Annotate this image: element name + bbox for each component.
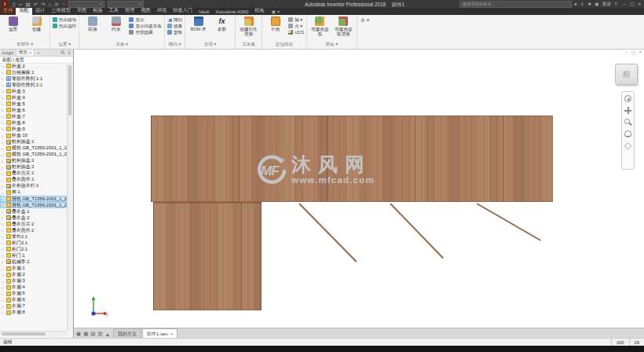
group-label-simplify[interactable]: 简化 ▾ [309, 41, 354, 49]
group-label-manage[interactable]: 管理 ▾ [188, 41, 232, 49]
tree-item[interactable]: ›衣服:6 [0, 297, 68, 303]
expand-icon[interactable]: › [2, 165, 5, 170]
expand-icon[interactable]: › [2, 228, 5, 233]
help-search-input[interactable]: 搜索帮助和命令... [459, 1, 572, 8]
wood-panel-left[interactable] [153, 202, 262, 310]
user-icon[interactable]: ◉ [595, 0, 598, 8]
tree-item[interactable]: ›衣服:4 [0, 284, 68, 291]
tree-item[interactable]: ›外盒:3 [0, 88, 68, 94]
mirror-button[interactable]: 镜像 [167, 24, 182, 29]
expand-icon[interactable]: › [2, 222, 5, 226]
tree-item[interactable]: ›外盒:7 [0, 113, 68, 119]
minimize-button[interactable]: – [623, 0, 625, 8]
orbit-icon[interactable] [624, 130, 631, 138]
expand-icon[interactable]: › [2, 76, 5, 81]
new-icon[interactable]: ▯ [13, 1, 16, 8]
clean-screen-icon[interactable]: ▣ [76, 331, 81, 337]
undo-icon[interactable]: ↶ [34, 1, 38, 8]
expand-icon[interactable]: › [2, 203, 5, 207]
update-icon[interactable]: ⟳ [55, 1, 59, 8]
close-button[interactable]: × [638, 0, 641, 8]
rail-rod-3[interactable] [477, 203, 541, 241]
expand-arrow-icon[interactable]: ▸ [575, 0, 577, 8]
group-label-toolset[interactable]: 工具集 [238, 41, 259, 49]
full-navigation-wheel-icon[interactable] [624, 95, 631, 102]
copy-button[interactable]: 复制 [167, 30, 182, 35]
tree-item[interactable]: ›零部件阵列 2:1 [0, 82, 68, 88]
tree-item[interactable]: ›柜门3:1 [0, 240, 68, 246]
group-label-position[interactable]: 位置 ▾ [53, 41, 76, 49]
point-button[interactable]: 点 ▾ [288, 24, 304, 29]
expand-icon[interactable]: › [2, 184, 5, 189]
tile-vertical-icon[interactable]: ▥ [97, 331, 102, 337]
search-icon[interactable] [60, 50, 65, 55]
ucs-button[interactable]: UCS [288, 30, 304, 35]
tree-item[interactable]: ›衣服:2 [0, 272, 68, 278]
viewcube[interactable]: 前 [615, 64, 638, 85]
bom-button[interactable]: BOM 表 [188, 16, 209, 41]
tree-item[interactable]: ›衣服:3 [0, 278, 68, 284]
collapse-icon[interactable]: ▲ [105, 332, 110, 337]
expand-icon[interactable]: › [2, 126, 5, 131]
inventor-app-icon[interactable]: I [2, 1, 8, 7]
pan-icon[interactable] [624, 107, 631, 114]
expand-icon[interactable]: › [2, 70, 5, 75]
constrain-button[interactable]: 约束 [105, 16, 126, 41]
expand-icon[interactable]: › [2, 259, 5, 264]
save-icon[interactable]: ▤ [26, 1, 31, 8]
expand-icon[interactable]: › [2, 266, 5, 271]
tile-all-icon[interactable]: ▦ [83, 331, 88, 337]
group-label-work-features[interactable]: 定位特征 [265, 41, 304, 49]
expand-icon[interactable]: › [2, 114, 5, 119]
expand-icon[interactable]: › [2, 159, 5, 163]
restore-button[interactable]: ▢ [630, 0, 635, 8]
tree-item[interactable]: ›零件2:1 [0, 233, 68, 240]
expand-icon[interactable]: › [2, 95, 5, 100]
expand-icon[interactable]: › [2, 247, 5, 251]
browser-tab-iLogic[interactable]: iLogic [0, 49, 16, 56]
show-button[interactable]: 显示 [129, 17, 162, 23]
expand-icon[interactable]: › [2, 196, 5, 201]
scrollbar-thumb[interactable] [2, 332, 46, 336]
expand-icon[interactable]: › [2, 140, 5, 145]
parameters-button[interactable]: fx参数 [211, 16, 232, 41]
appearance-combo[interactable]: ▾ [108, 1, 144, 8]
expand-icon[interactable]: › [2, 134, 5, 138]
joint-button[interactable]: 联接 [82, 16, 103, 41]
expand-icon[interactable]: › [2, 215, 5, 220]
axis-button[interactable]: 轴 ▾ [288, 17, 304, 23]
doc-restore-icon[interactable]: ▢ [631, 50, 636, 55]
tree-item[interactable]: ›衣服:8 [0, 310, 68, 316]
add-icon[interactable]: + [62, 1, 65, 8]
tile-horizontal-icon[interactable]: ▤ [90, 331, 95, 337]
expand-icon[interactable]: › [2, 279, 5, 284]
shrinkwrap-sub-button[interactable]: 包覆面提取替换 [333, 16, 354, 41]
tree-item[interactable]: ›衣服:5 [0, 291, 68, 297]
expand-icon[interactable]: › [2, 146, 5, 151]
rail-rod-1[interactable] [298, 203, 357, 262]
tree-item[interactable]: ›叠衣盘:1 [0, 208, 68, 214]
browser-vertical-scrollbar[interactable] [67, 63, 73, 331]
expand-icon[interactable]: › [2, 310, 5, 315]
tree-item[interactable]: ›衣服:7 [0, 303, 68, 310]
expand-icon[interactable]: › [2, 89, 5, 94]
screen-capture-icon[interactable]: ▣ ▾ [272, 9, 280, 15]
group-label-relationships[interactable]: 关系 ▾ [82, 41, 162, 49]
favorites-icon[interactable]: ★ [587, 0, 591, 8]
tab-Autodesk A360[interactable]: Autodesk A360 [213, 8, 252, 15]
help-icon[interactable]: ? [614, 0, 617, 8]
tree-item[interactable]: ›叠衣面件:2 [0, 227, 68, 233]
ribbon-expand-button[interactable]: ⊕ ▾ [360, 17, 369, 24]
expand-icon[interactable]: › [2, 292, 5, 296]
tab-Vault[interactable]: Vault [196, 8, 213, 15]
close-tab-icon[interactable]: × [29, 50, 31, 55]
tree-item[interactable]: ›衣服:1 [0, 266, 68, 272]
create-button[interactable]: 创建 [26, 16, 47, 41]
doc-minimize-icon[interactable]: – [625, 50, 628, 55]
expand-icon[interactable]: › [2, 152, 5, 157]
show-sick-button[interactable]: 显示问题关系 [129, 24, 162, 29]
expand-icon[interactable]: › [2, 120, 5, 125]
group-label-component[interactable]: 零部件 ▾ [2, 41, 47, 49]
group-label-pattern[interactable]: 阵列 ▾ [167, 41, 182, 49]
free-move-button[interactable]: 自由移动 [53, 17, 76, 23]
